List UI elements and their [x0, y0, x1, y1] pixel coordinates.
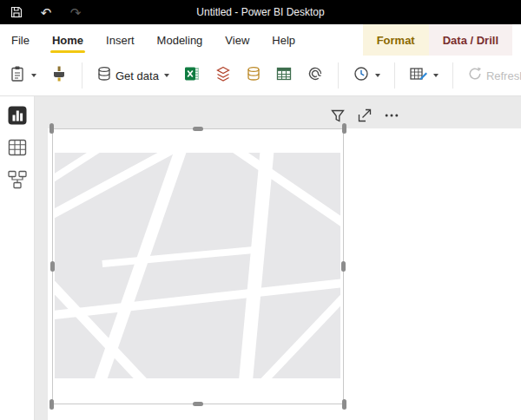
tab-modeling[interactable]: Modeling — [146, 24, 214, 56]
resize-handle-bottom[interactable] — [193, 402, 203, 406]
recent-sources-clock-icon — [353, 65, 370, 86]
data-view-icon — [7, 137, 28, 161]
toolbar-divider — [452, 62, 453, 89]
resize-handle-bottom-left[interactable] — [49, 399, 54, 410]
ribbon-toolbar: Get data — [0, 56, 521, 96]
chevron-down-icon — [433, 74, 439, 77]
recent-sources-button[interactable] — [353, 65, 380, 86]
dataverse-button[interactable] — [307, 65, 324, 86]
transform-data-icon — [409, 65, 428, 86]
focus-mode-icon[interactable] — [357, 108, 373, 123]
chevron-down-icon — [164, 74, 169, 77]
tab-format[interactable]: Format — [363, 24, 429, 56]
toolbar-divider — [82, 62, 82, 89]
tab-help[interactable]: Help — [260, 24, 307, 56]
tab-data-drill[interactable]: Data / Drill — [429, 24, 512, 56]
report-view-button[interactable] — [6, 106, 29, 128]
resize-handle-bottom-right[interactable] — [342, 399, 346, 410]
resize-handle-top-right[interactable] — [342, 123, 346, 134]
title-bar: ↶ ↷ Untitled - Power BI Desktop — [0, 0, 521, 24]
enter-data-icon — [275, 65, 293, 86]
data-hub-button[interactable] — [214, 65, 232, 86]
model-view-icon — [7, 169, 28, 194]
data-hub-icon — [214, 65, 232, 86]
report-view-icon — [7, 105, 28, 129]
transform-data-button[interactable] — [409, 65, 439, 86]
dataverse-icon — [307, 65, 324, 86]
tab-view[interactable]: View — [214, 24, 260, 56]
sql-server-icon — [246, 66, 261, 85]
report-canvas — [35, 96, 521, 420]
view-switcher — [0, 96, 35, 420]
tab-file[interactable]: File — [0, 24, 41, 56]
model-view-button[interactable] — [6, 170, 29, 193]
toolbar-divider — [338, 62, 339, 89]
visual-header-toolbar — [330, 108, 399, 123]
map-visual-placeholder — [55, 153, 340, 378]
enter-data-button[interactable] — [275, 65, 293, 86]
format-painter-icon — [50, 65, 68, 86]
chevron-down-icon — [375, 74, 380, 77]
excel-icon — [183, 65, 201, 86]
chevron-down-icon — [31, 74, 36, 77]
database-icon — [96, 66, 112, 85]
save-icon[interactable] — [9, 4, 24, 20]
tab-insert[interactable]: Insert — [95, 24, 146, 56]
format-painter-button[interactable] — [50, 65, 68, 86]
resize-handle-top[interactable] — [193, 127, 203, 131]
filter-icon[interactable] — [330, 108, 346, 123]
data-view-button[interactable] — [6, 138, 29, 161]
map-visual[interactable] — [52, 128, 344, 404]
refresh-label: Refresh — [486, 69, 521, 82]
undo-icon[interactable]: ↶ — [38, 4, 54, 20]
paste-button[interactable] — [9, 65, 36, 86]
more-options-icon[interactable] — [384, 108, 399, 123]
resize-handle-right[interactable] — [341, 261, 346, 272]
get-data-label: Get data — [115, 69, 159, 82]
tab-home[interactable]: Home — [41, 24, 95, 56]
resize-handle-left[interactable] — [50, 261, 55, 272]
redo-icon[interactable]: ↷ — [68, 4, 83, 20]
resize-handle-top-left[interactable] — [49, 123, 54, 134]
get-data-button[interactable]: Get data — [96, 66, 169, 85]
refresh-icon — [467, 66, 483, 85]
paste-icon — [9, 65, 26, 86]
excel-workbook-button[interactable] — [183, 65, 201, 86]
refresh-button[interactable]: Refresh — [467, 66, 521, 85]
ribbon-tab-bar: File Home Insert Modeling View Help Form… — [0, 24, 521, 56]
sql-server-button[interactable] — [246, 66, 261, 85]
toolbar-divider — [394, 62, 395, 89]
